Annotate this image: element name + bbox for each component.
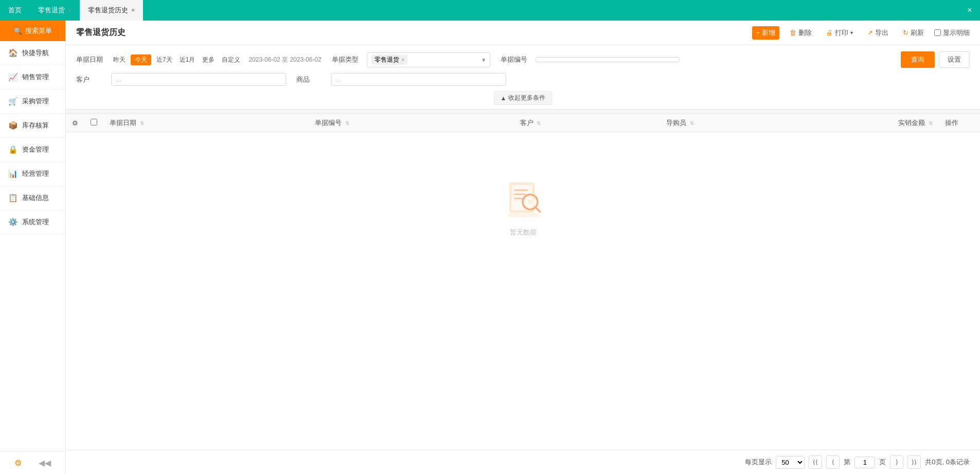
date-opt-more[interactable]: 更多 [200, 54, 217, 65]
inventory-icon: 📦 [8, 121, 18, 130]
page-prev-button[interactable]: ⟨ [826, 455, 840, 469]
page-number-input[interactable] [854, 457, 875, 468]
print-chevron-icon: ▾ [850, 30, 853, 35]
goods-placeholder: ... [336, 76, 342, 83]
table-header-row: ⚙ 单据日期 ⇅ 单据编号 ⇅ [66, 114, 980, 132]
finance-icon: 🔒 [8, 145, 18, 154]
bill-type-tag-close[interactable]: × [401, 57, 404, 63]
customer-input[interactable]: ... [111, 73, 286, 86]
sidebar-item-basic-info[interactable]: 📋 基础信息 [0, 186, 65, 210]
export-icon: ↗ [867, 29, 873, 37]
total-record-text: 共0页, 0条记录 [925, 458, 970, 467]
sidebar-item-system-mgmt[interactable]: ⚙️ 系统管理 [0, 210, 65, 234]
page-size-select[interactable]: 10 20 50 100 [776, 456, 805, 469]
goods-filter: 商品 ... [296, 73, 506, 86]
date-options: 昨天 今天 近7天 近1月 更多 自定义 [111, 54, 242, 65]
sidebar-search[interactable]: 🔍 搜索菜单 [0, 21, 65, 41]
settings-button[interactable]: 设置 [939, 51, 970, 68]
sidebar-item-sales-mgmt[interactable]: 📈 销售管理 [0, 65, 65, 89]
tab-retail-return-history[interactable]: 零售退货历史 × [80, 0, 143, 21]
sidebar-item-purchase-mgmt-label: 采购管理 [22, 97, 49, 106]
th-guide-label: 导购员 [666, 119, 686, 126]
svg-point-0 [507, 212, 539, 218]
delete-button[interactable]: 🗑 删除 [786, 26, 816, 40]
content-area: 零售退货历史 + 新增 🗑 删除 🖨 打印 ▾ ↗ 导出 [66, 21, 980, 474]
bill-type-select[interactable]: 零售退货 × ▾ [367, 52, 490, 67]
display-detail-input[interactable] [934, 29, 941, 36]
date-opt-custom[interactable]: 自定义 [220, 54, 242, 65]
svg-line-8 [535, 207, 540, 212]
sidebar-item-quick-nav[interactable]: 🏠 快捷导航 [0, 41, 65, 65]
empty-state: 暂无数据 [66, 132, 980, 278]
th-customer: 客户 ⇅ [514, 114, 660, 132]
purchase-icon: 🛒 [8, 97, 18, 106]
page-next-button[interactable]: ⟩ [890, 455, 903, 469]
empty-state-cell: 暂无数据 [66, 132, 980, 279]
collapse-button[interactable]: ▲ 收起更多条件 [494, 91, 553, 105]
window-close-button[interactable]: × [959, 0, 980, 21]
bill-date-sort-icon[interactable]: ⇅ [140, 120, 144, 126]
print-button[interactable]: 🖨 打印 ▾ [822, 26, 857, 40]
sidebar-item-inventory-calc-label: 库存核算 [22, 121, 49, 130]
collapse-button-label: 收起更多条件 [508, 94, 545, 102]
search-icon: 🔍 [14, 27, 22, 35]
date-filter: 单据日期 昨天 今天 近7天 近1月 更多 自定义 2023-06-02 至 2… [76, 54, 322, 65]
bill-type-tag-value: 零售退货 [375, 56, 399, 64]
display-detail-label: 显示明细 [943, 28, 970, 38]
query-button[interactable]: 查询 [901, 51, 935, 68]
date-range-display: 2023-06-02 至 2023-06-02 [248, 56, 321, 64]
customer-filter: 客户 ... [76, 73, 286, 86]
goods-input[interactable]: ... [331, 73, 506, 86]
page-first-button[interactable]: ⟨⟨ [809, 455, 822, 469]
sidebar-item-purchase-mgmt[interactable]: 🛒 采购管理 [0, 89, 65, 114]
top-tabs: 首页 零售退货 × 零售退货历史 × [0, 0, 959, 21]
sidebar-item-finance-mgmt[interactable]: 🔒 资金管理 [0, 138, 65, 162]
bill-type-tag: 零售退货 × [371, 55, 407, 65]
sidebar-item-operations-mgmt[interactable]: 📊 经营管理 [0, 162, 65, 186]
customer-sort-icon[interactable]: ⇅ [537, 120, 541, 126]
export-button[interactable]: ↗ 导出 [863, 26, 893, 40]
main-layout: 🔍 搜索菜单 🏠 快捷导航 📈 销售管理 🛒 采购管理 📦 库存核算 🔒 [0, 21, 980, 474]
sidebar-item-sales-mgmt-label: 销售管理 [22, 72, 49, 82]
goods-label: 商品 [296, 75, 327, 84]
date-opt-yesterday[interactable]: 昨天 [111, 54, 128, 65]
table-area: ⚙ 单据日期 ⇅ 单据编号 ⇅ [66, 114, 980, 450]
empty-state-icon [500, 173, 546, 220]
settings-col-icon[interactable]: ⚙ [72, 119, 78, 127]
collapse-up-icon: ▲ [501, 95, 507, 102]
tab-retail-return-history-close[interactable]: × [131, 7, 135, 14]
page-last-button[interactable]: ⟩⟩ [907, 455, 921, 469]
bill-no-label: 单据编号 [501, 55, 531, 64]
amount-sort-icon[interactable]: ⇅ [929, 120, 933, 126]
guide-sort-icon[interactable]: ⇅ [690, 120, 694, 126]
tab-home[interactable]: 首页 [0, 0, 30, 21]
th-amount-label: 实销金额 [898, 119, 925, 126]
sidebar-item-basic-info-label: 基础信息 [22, 193, 49, 203]
svg-rect-4 [514, 194, 526, 195]
refresh-button[interactable]: ↻ 刷新 [899, 26, 928, 40]
refresh-icon: ↻ [903, 29, 908, 37]
page-size-label: 每页显示 [745, 458, 772, 467]
sidebar-item-system-mgmt-label: 系统管理 [22, 217, 49, 227]
display-detail-checkbox[interactable]: 显示明细 [934, 28, 970, 38]
table-body: 暂无数据 [66, 132, 980, 279]
date-opt-last7[interactable]: 近7天 [154, 54, 174, 65]
th-checkbox[interactable] [84, 114, 103, 132]
date-opt-today[interactable]: 今天 [131, 54, 151, 65]
sound-footer-icon[interactable]: ◀◀ [39, 458, 51, 468]
page-title: 零售退货历史 [76, 27, 126, 38]
bill-no-sort-icon[interactable]: ⇅ [345, 120, 349, 126]
add-button[interactable]: + 新增 [752, 26, 779, 40]
date-opt-last1month[interactable]: 近1月 [177, 54, 198, 65]
tab-retail-return-close[interactable]: × [68, 7, 72, 14]
delete-icon: 🗑 [790, 29, 796, 37]
tab-retail-return[interactable]: 零售退货 × [30, 0, 80, 21]
settings-footer-icon[interactable]: ⚙ [14, 458, 22, 468]
bill-no-input[interactable] [536, 57, 680, 62]
svg-rect-5 [514, 198, 523, 199]
th-settings[interactable]: ⚙ [66, 114, 84, 132]
select-all-checkbox[interactable] [91, 119, 97, 125]
sidebar-item-inventory-calc[interactable]: 📦 库存核算 [0, 114, 65, 138]
tab-retail-return-label: 零售退货 [38, 6, 65, 15]
th-actions: 操作 [939, 114, 980, 132]
